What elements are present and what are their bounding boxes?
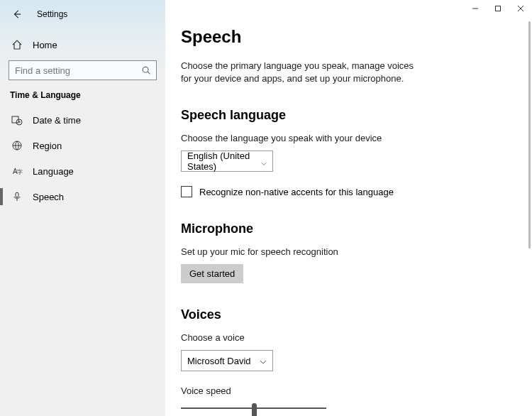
- svg-line-6: [148, 72, 150, 74]
- svg-rect-12: [16, 192, 18, 197]
- header-row: Settings: [0, 4, 165, 25]
- svg-text:字: 字: [17, 169, 23, 175]
- sidebar-item-language[interactable]: A字 Language: [0, 158, 165, 184]
- speech-language-dropdown[interactable]: English (United States): [181, 150, 273, 172]
- nav-label: Language: [33, 166, 74, 177]
- voices-desc: Choose a voice: [181, 332, 504, 343]
- scrollbar[interactable]: [528, 21, 531, 248]
- sidebar-group-title: Time & Language: [0, 90, 165, 107]
- home-icon: [11, 39, 23, 50]
- sidebar-item-region[interactable]: Region: [0, 133, 165, 158]
- sidebar-item-speech[interactable]: Speech: [0, 184, 165, 209]
- calendar-clock-icon: [11, 114, 23, 126]
- language-icon: A字: [11, 165, 23, 177]
- voice-dropdown[interactable]: Microsoft David: [181, 350, 273, 371]
- search-input[interactable]: [9, 60, 157, 80]
- section-microphone: Microphone: [181, 221, 504, 236]
- get-started-button[interactable]: Get started: [181, 264, 243, 283]
- dropdown-value: English (United States): [187, 150, 261, 172]
- sidebar: Settings Home Time & Language Date & tim…: [0, 0, 165, 416]
- search-wrap: [9, 60, 157, 80]
- slider-thumb[interactable]: [252, 403, 257, 416]
- chevron-down-icon: [260, 357, 267, 364]
- sidebar-home[interactable]: Home: [0, 32, 165, 58]
- back-button[interactable]: [10, 7, 24, 21]
- nav-label: Speech: [33, 192, 64, 202]
- microphone-icon: [11, 191, 23, 202]
- accent-checkbox[interactable]: [181, 186, 192, 197]
- search-icon: [141, 65, 151, 75]
- accent-checkbox-row[interactable]: Recognize non-native accents for this la…: [181, 186, 504, 197]
- nav-label: Region: [33, 141, 62, 151]
- section-voices: Voices: [181, 307, 504, 322]
- window-title: Settings: [37, 9, 67, 19]
- voice-speed-slider[interactable]: [181, 403, 326, 405]
- voice-speed-label: Voice speed: [181, 385, 504, 396]
- nav-label: Date & time: [33, 115, 81, 126]
- microphone-desc: Set up your mic for speech recognition: [181, 246, 504, 257]
- chevron-down-icon: [261, 158, 267, 165]
- sidebar-item-date-time[interactable]: Date & time: [0, 107, 165, 133]
- globe-icon: [11, 140, 23, 151]
- page-title: Speech: [181, 27, 504, 47]
- dropdown-value: Microsoft David: [187, 356, 251, 366]
- page-description: Choose the primary language you speak, m…: [181, 60, 422, 85]
- accent-checkbox-label: Recognize non-native accents for this la…: [199, 187, 394, 197]
- settings-window: Settings Home Time & Language Date & tim…: [0, 0, 532, 416]
- svg-point-5: [143, 67, 148, 72]
- home-label: Home: [33, 40, 57, 50]
- content-area: Speech Choose the primary language you s…: [165, 0, 532, 416]
- section-speech-language: Speech language: [181, 108, 504, 123]
- speech-language-desc: Choose the language you speak with your …: [181, 133, 504, 143]
